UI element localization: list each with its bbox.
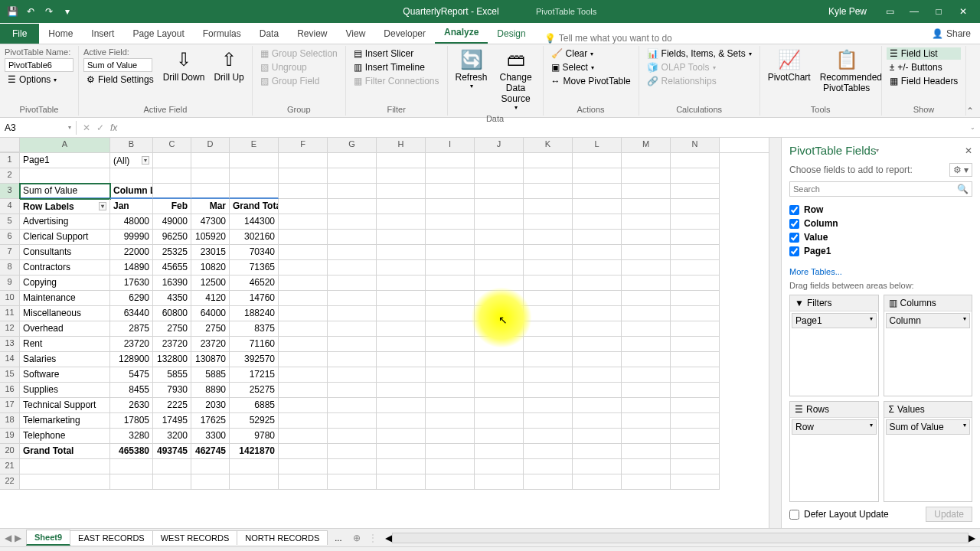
cell[interactable] [671,168,720,184]
cell[interactable]: 23015 [191,245,230,260]
cell[interactable] [622,245,671,260]
cell[interactable] [426,352,475,367]
cell[interactable] [426,321,475,337]
cell[interactable] [328,444,377,459]
cell[interactable] [110,168,153,184]
row-label[interactable]: Overhead [20,321,110,337]
col-header-A[interactable]: A [20,138,110,152]
row-label[interactable]: Software [20,367,110,383]
cell[interactable] [671,214,720,230]
cell[interactable] [524,367,573,383]
cell[interactable]: 16390 [153,276,191,291]
cell[interactable] [426,474,475,490]
cell[interactable] [426,184,475,199]
ribbon-options-icon[interactable]: ▭ [879,4,900,19]
row-header[interactable]: 17 [0,398,20,413]
cell[interactable] [671,230,720,245]
row-header[interactable]: 6 [0,230,20,245]
field-headers[interactable]: ▦Field Headers [887,75,962,87]
cell[interactable] [475,199,524,214]
cell[interactable] [426,153,475,168]
sheet-tabs-more[interactable]: ... [327,531,349,545]
cell[interactable] [153,153,191,168]
cell[interactable] [426,214,475,230]
cell[interactable]: 63440 [110,306,153,321]
save-icon[interactable]: 💾 [6,5,18,18]
cell[interactable] [328,398,377,413]
change-source[interactable]: 🗃Change Data Source▾ [494,47,538,112]
field-column[interactable]: Column [789,217,972,230]
cell[interactable] [377,321,426,337]
cell[interactable]: 302160 [230,230,279,245]
field-page1[interactable]: Page1 [789,244,972,258]
row-label[interactable]: Consultants [20,245,110,260]
cell[interactable] [377,459,426,474]
clear[interactable]: 🧹Clear▾ [548,47,634,60]
row-label[interactable]: Rent [20,337,110,352]
cell[interactable] [279,291,328,306]
cell[interactable] [524,352,573,367]
col-header-N[interactable]: N [671,138,720,152]
cell[interactable] [377,291,426,306]
cell[interactable] [328,474,377,490]
cell[interactable]: 2750 [153,321,191,337]
dropdown-icon[interactable]: ▾ [99,202,106,210]
more-tables[interactable]: More Tables... [789,267,972,276]
cell[interactable]: 17215 [230,367,279,383]
cell[interactable] [671,429,720,444]
row-header[interactable]: 21 [0,459,20,474]
tab-developer[interactable]: Developer [374,24,435,44]
cell[interactable] [573,306,622,321]
tab-data[interactable]: Data [250,24,288,44]
cell[interactable]: 3300 [191,429,230,444]
col-header-M[interactable]: M [622,138,671,152]
cell[interactable] [573,337,622,352]
cell[interactable] [475,230,524,245]
cell[interactable] [328,429,377,444]
cell[interactable]: 8455 [110,383,153,398]
cell[interactable]: 130870 [191,352,230,367]
cell[interactable] [671,444,720,459]
cell[interactable] [671,321,720,337]
fields-close-icon[interactable]: ✕ [965,145,972,156]
cell[interactable] [279,168,328,184]
cell[interactable] [475,474,524,490]
row-label[interactable]: Telephone [20,429,110,444]
cell[interactable] [671,474,720,490]
cell[interactable] [573,321,622,337]
col-header-D[interactable]: D [191,138,230,152]
cell[interactable]: Mar [191,199,230,214]
cell[interactable] [279,429,328,444]
cell[interactable]: Jan [110,199,153,214]
cell[interactable] [524,230,573,245]
cell[interactable] [573,230,622,245]
cell[interactable] [524,444,573,459]
cell[interactable] [573,260,622,276]
row-label[interactable]: Supplies [20,383,110,398]
cell[interactable] [20,168,110,184]
fields-search[interactable]: 🔍 [789,181,972,197]
cell[interactable] [622,291,671,306]
cell[interactable] [377,337,426,352]
row-header[interactable]: 8 [0,260,20,276]
field-checkbox[interactable] [789,205,799,215]
col-header-L[interactable]: L [573,138,622,152]
cell[interactable] [475,214,524,230]
pt-name-input[interactable] [5,58,74,72]
cell[interactable] [426,230,475,245]
cell[interactable] [573,276,622,291]
cell[interactable] [475,398,524,413]
cell[interactable] [622,153,671,168]
cell[interactable] [426,398,475,413]
tab-insert[interactable]: Insert [82,24,123,44]
row-labels[interactable]: Row Labels▾ [20,199,110,214]
cell[interactable] [426,413,475,429]
cell[interactable] [573,459,622,474]
cell[interactable]: 99990 [110,230,153,245]
tab-home[interactable]: Home [39,24,82,44]
cell[interactable]: 52925 [230,413,279,429]
sheet-tab[interactable]: EAST RECORDS [70,530,153,545]
defer-checkbox[interactable] [789,510,799,520]
cell[interactable] [426,337,475,352]
row-header[interactable]: 9 [0,276,20,291]
